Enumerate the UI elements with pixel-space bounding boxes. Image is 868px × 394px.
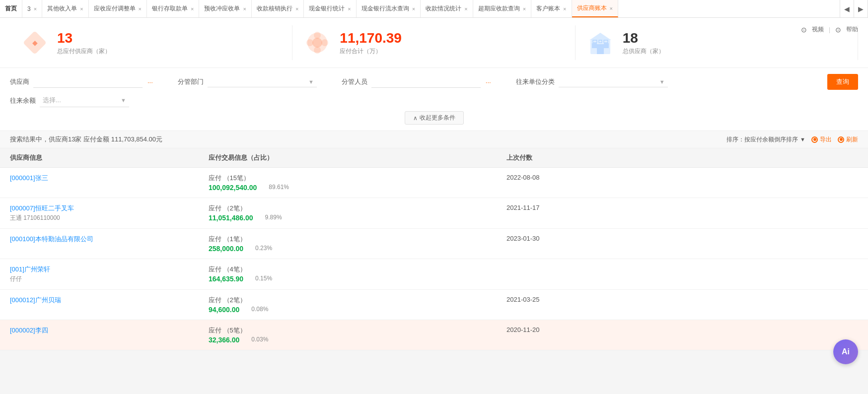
nav-tab-overdue[interactable]: 超期应收款查询 × xyxy=(473,0,531,17)
collapse-row: ∧ 收起更多条件 xyxy=(10,111,858,125)
close-collect-exec[interactable]: × xyxy=(295,6,298,12)
close-cash-stat[interactable]: × xyxy=(348,6,351,12)
balance-select[interactable]: 选择... ▼ xyxy=(40,94,129,107)
overdue-label: 超期应收款查询 xyxy=(478,4,520,13)
person-input[interactable] xyxy=(371,76,481,88)
nav-tab-home[interactable]: 首页 xyxy=(0,0,22,17)
filter-area: 供应商 ··· 分管部门 ▼ 分管人员 ··· 往来单位分类 ▼ xyxy=(0,68,868,131)
close-bank[interactable]: × xyxy=(191,6,194,12)
tab3-label: 3 xyxy=(27,5,31,12)
close-supplier-ledger[interactable]: × xyxy=(610,5,613,11)
close-collect-stat[interactable]: × xyxy=(464,6,467,12)
supplier-cell: [000007]恒旺二手叉车 王通 17106110000 xyxy=(10,204,209,222)
supplier-link[interactable]: [000007]恒旺二手叉车 xyxy=(10,204,74,212)
nav-tab-cash-flow[interactable]: 现金银行流水查询 × xyxy=(357,0,421,17)
flower-icon xyxy=(305,30,330,55)
summary-icon-1: ◆ xyxy=(20,28,50,58)
nav-tab-bank[interactable]: 银行存取款单 × xyxy=(147,0,199,17)
nav-tab-customer-ledger[interactable]: 客户账本 × xyxy=(531,0,572,17)
supplier-link[interactable]: [000100]本特勤油品有限公司 xyxy=(10,235,93,243)
help-link[interactable]: 帮助 xyxy=(846,25,858,34)
refresh-label: 刷新 xyxy=(846,135,858,144)
query-button[interactable]: 查询 xyxy=(827,74,858,90)
tx-amount-row: 11,051,486.00 9.89% xyxy=(209,213,506,222)
sort-label: 排序：按应付余额倒序排序 xyxy=(726,135,798,144)
filter-dept: 分管部门 ▼ xyxy=(178,77,317,87)
tx-amount[interactable]: 258,000.00 xyxy=(209,245,243,253)
transaction-cell: 应付 （5笔） 32,366.00 0.03% xyxy=(209,326,506,344)
refresh-radio[interactable]: 刷新 xyxy=(838,135,858,144)
tx-amount[interactable]: 164,635.90 xyxy=(209,275,243,283)
supplier-link[interactable]: [000002]李四 xyxy=(10,327,48,334)
nav-tab-3[interactable]: 3 × xyxy=(22,0,42,17)
close-customer-ledger[interactable]: × xyxy=(563,6,566,12)
shop-icon xyxy=(588,30,613,55)
supplier-cell: [000001]张三 xyxy=(10,174,209,183)
total-amount-value: 11,170.39 xyxy=(340,30,402,46)
close-adjust[interactable]: × xyxy=(139,6,142,12)
nav-next[interactable]: ▶ xyxy=(854,0,868,18)
export-label: 导出 xyxy=(820,135,832,144)
svg-rect-11 xyxy=(592,43,597,48)
tx-amount[interactable]: 11,051,486.00 xyxy=(209,214,253,222)
result-bar: 搜索结果中，供应商13家 应付金额 111,703,854.00元 排序：按应付… xyxy=(0,131,868,148)
top-nav: 首页 3 × 其他收入单 × 应收应付调整单 × 银行存取款单 × 预收冲应收单… xyxy=(0,0,868,18)
sort-select[interactable]: 排序：按应付余额倒序排序 ▼ xyxy=(726,135,805,144)
supplier-link[interactable]: [001]广州荣轩 xyxy=(10,265,50,273)
close-tab3[interactable]: × xyxy=(34,6,37,12)
summary-icon-3 xyxy=(585,28,615,58)
transaction-cell: 应付 （2笔） 11,051,486.00 9.89% xyxy=(209,204,506,222)
tx-amount-row: 258,000.00 0.23% xyxy=(209,244,506,253)
category-select[interactable]: ▼ xyxy=(559,77,668,87)
transaction-cell: 应付 （2笔） 94,600.00 0.08% xyxy=(209,296,506,314)
collapse-button[interactable]: ∧ 收起更多条件 xyxy=(405,111,464,125)
close-other-income[interactable]: × xyxy=(80,6,83,12)
home-label: 首页 xyxy=(5,4,17,13)
nav-tab-collect-stat[interactable]: 收款情况统计 × xyxy=(421,0,473,17)
supplier-input[interactable] xyxy=(33,76,143,88)
supplier-cell: [001]广州荣轩 仔仔 xyxy=(10,265,209,283)
supplier-sub: 王通 17106110000 xyxy=(10,214,209,222)
supplier-link[interactable]: [000001]张三 xyxy=(10,174,48,182)
nav-tab-other-income[interactable]: 其他收入单 × xyxy=(42,0,88,17)
circle-icon-2: ⊙ xyxy=(835,26,841,34)
dept-select[interactable]: ▼ xyxy=(208,77,317,87)
person-dots[interactable]: ··· xyxy=(486,78,491,86)
transaction-cell: 应付 （1笔） 258,000.00 0.23% xyxy=(209,235,506,253)
supplier-label: 供应商 xyxy=(10,77,29,86)
total-payable-label: 总应付供应商（家） xyxy=(57,47,111,56)
table-body: [000001]张三 应付 （15笔） 100,092,540.00 89.61… xyxy=(0,168,868,350)
export-radio-inner xyxy=(813,138,816,141)
cash-flow-label: 现金银行流水查询 xyxy=(362,4,409,13)
close-cash-flow[interactable]: × xyxy=(412,6,415,12)
tx-percent: 9.89% xyxy=(265,214,282,221)
table-header: 供应商信息 应付交易信息（占比） 上次付数 xyxy=(0,148,868,168)
tx-amount[interactable]: 32,366.00 xyxy=(209,336,239,344)
nav-tab-cash-stat[interactable]: 现金银行统计 × xyxy=(304,0,356,17)
tx-type: 应付 （4笔） xyxy=(209,265,246,273)
nav-tab-prepay[interactable]: 预收冲应收单 × xyxy=(199,0,251,17)
nav-tab-collect-exec[interactable]: 收款核销执行 × xyxy=(252,0,304,17)
nav-tab-adjust[interactable]: 应收应付调整单 × xyxy=(89,0,147,17)
filter-row-2: 往来余额 选择... ▼ xyxy=(10,94,858,107)
filter-row-1: 供应商 ··· 分管部门 ▼ 分管人员 ··· 往来单位分类 ▼ xyxy=(10,74,858,90)
nav-tab-supplier-ledger[interactable]: 供应商账本 × xyxy=(572,0,618,17)
dept-label: 分管部门 xyxy=(178,77,204,86)
tx-amount[interactable]: 94,600.00 xyxy=(209,306,239,314)
tx-amount-row: 94,600.00 0.08% xyxy=(209,305,506,314)
supplier-dots[interactable]: ··· xyxy=(147,78,153,86)
close-overdue[interactable]: × xyxy=(523,6,526,12)
transaction-cell: 应付 （15笔） 100,092,540.00 89.61% xyxy=(209,174,506,192)
tx-type: 应付 （1笔） xyxy=(209,235,246,243)
tx-info: 应付 （2笔） xyxy=(209,204,506,213)
video-link[interactable]: 视频 xyxy=(812,25,824,34)
tx-amount[interactable]: 100,092,540.00 xyxy=(209,184,257,192)
export-radio[interactable]: 导出 xyxy=(811,135,832,144)
supplier-link[interactable]: [000012]广州贝瑞 xyxy=(10,296,61,304)
supplier-ledger-label: 供应商账本 xyxy=(577,4,607,12)
close-prepay[interactable]: × xyxy=(243,6,246,12)
nav-prev[interactable]: ◀ xyxy=(840,0,854,18)
tx-percent: 0.15% xyxy=(255,275,272,282)
other-income-label: 其他收入单 xyxy=(47,4,77,13)
summary-text-1: 13 总应付供应商（家） xyxy=(57,30,111,56)
